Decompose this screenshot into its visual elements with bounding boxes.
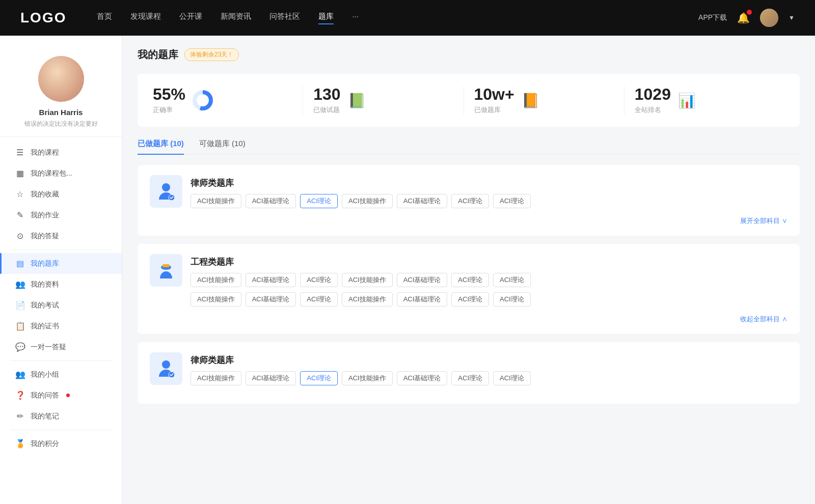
qbank-icon-2 bbox=[150, 352, 182, 385]
sidebar-item-3[interactable]: ✎我的作业 bbox=[0, 205, 122, 226]
stat-label-0: 正确率 bbox=[153, 105, 185, 115]
tag-row2-1-0[interactable]: ACI技能操作 bbox=[191, 292, 241, 306]
nav-item-问答社区[interactable]: 问答社区 bbox=[269, 12, 300, 24]
nav-menu: 首页发现课程公开课新闻资讯问答社区题库··· bbox=[97, 12, 698, 24]
sidebar-label-13: 我的积分 bbox=[31, 439, 59, 449]
qbank-icon-0 bbox=[150, 175, 182, 208]
tag-1-4[interactable]: ACI基础理论 bbox=[397, 273, 448, 287]
user-name: Brian Harris bbox=[39, 108, 83, 117]
sidebar-item-7[interactable]: 📄我的考试 bbox=[0, 295, 122, 316]
qbank-card-2: 律师类题库ACI技能操作ACI基础理论ACI理论ACI技能操作ACI基础理论AC… bbox=[138, 342, 800, 404]
qbank-footer-0[interactable]: 展开全部科目 ∨ bbox=[150, 216, 787, 226]
tag-2-5[interactable]: ACI理论 bbox=[451, 371, 489, 385]
nav-item-题库[interactable]: 题库 bbox=[318, 12, 334, 24]
nav-item-公开课[interactable]: 公开课 bbox=[179, 12, 202, 24]
sidebar-item-6[interactable]: 👥我的资料 bbox=[0, 274, 122, 295]
tag-1-5[interactable]: ACI理论 bbox=[451, 273, 489, 287]
app-download-button[interactable]: APP下载 bbox=[698, 13, 727, 22]
page-title: 我的题库 bbox=[138, 48, 178, 62]
sidebar-label-10: 我的小组 bbox=[31, 370, 59, 379]
tag-0-6[interactable]: ACI理论 bbox=[493, 194, 531, 208]
qbank-header-0: 律师类题库ACI技能操作ACI基础理论ACI理论ACI技能操作ACI基础理论AC… bbox=[150, 175, 787, 208]
qbank-icon-1 bbox=[150, 254, 182, 287]
tag-1-6[interactable]: ACI理论 bbox=[493, 273, 531, 287]
notification-badge bbox=[747, 10, 752, 15]
sidebar-icon-9: 💬 bbox=[15, 342, 24, 352]
sidebar-item-11[interactable]: ❓我的问答 bbox=[0, 385, 122, 406]
qbank-tags-0: ACI技能操作ACI基础理论ACI理论ACI技能操作ACI基础理论ACI理论AC… bbox=[191, 194, 531, 208]
avatar[interactable] bbox=[760, 9, 778, 27]
tag-row2-1-5[interactable]: ACI理论 bbox=[451, 292, 489, 306]
notification-dot bbox=[66, 394, 70, 397]
tag-0-0[interactable]: ACI技能操作 bbox=[191, 194, 241, 208]
nav-item-···[interactable]: ··· bbox=[352, 12, 359, 24]
tag-1-0[interactable]: ACI技能操作 bbox=[191, 273, 241, 287]
avatar-image bbox=[760, 9, 778, 27]
nav-item-新闻资讯[interactable]: 新闻资讯 bbox=[221, 12, 251, 24]
tag-0-5[interactable]: ACI理论 bbox=[451, 194, 489, 208]
sidebar-item-1[interactable]: ▦我的课程包... bbox=[0, 163, 122, 184]
profile-section: Brian Harris 错误的决定比没有决定要好 bbox=[0, 46, 122, 137]
page-layout: Brian Harris 错误的决定比没有决定要好 ☰我的课程▦我的课程包...… bbox=[0, 36, 815, 504]
main-content: 我的题库 体验剩余23天！ 55%正确率130已做试题📗10w+已做题库📙102… bbox=[122, 36, 815, 504]
sidebar: Brian Harris 错误的决定比没有决定要好 ☰我的课程▦我的课程包...… bbox=[0, 36, 122, 504]
sidebar-item-10[interactable]: 👥我的小组 bbox=[0, 364, 122, 385]
stat-item-3: 1029全站排名📊 bbox=[624, 86, 784, 115]
tag-1-1[interactable]: ACI基础理论 bbox=[246, 273, 296, 287]
tag-2-2[interactable]: ACI理论 bbox=[300, 371, 338, 385]
sidebar-menu: ☰我的课程▦我的课程包...☆我的收藏✎我的作业⊙我的答疑▤我的题库👥我的资料📄… bbox=[0, 137, 122, 459]
sidebar-item-5[interactable]: ▤我的题库 bbox=[0, 253, 122, 274]
sidebar-item-13[interactable]: 🏅我的积分 bbox=[0, 433, 122, 454]
sidebar-icon-2: ☆ bbox=[15, 189, 24, 199]
nav-item-发现课程[interactable]: 发现课程 bbox=[130, 12, 161, 24]
notification-bell[interactable]: 🔔 bbox=[737, 12, 750, 24]
tag-1-2[interactable]: ACI理论 bbox=[300, 273, 338, 287]
stat-item-0: 55%正确率 bbox=[153, 86, 303, 115]
sidebar-label-7: 我的考试 bbox=[31, 301, 59, 310]
tag-row2-1-6[interactable]: ACI理论 bbox=[493, 292, 531, 306]
sidebar-icon-1: ▦ bbox=[15, 169, 24, 178]
tag-2-3[interactable]: ACI技能操作 bbox=[342, 371, 393, 385]
stat-value-1: 130 bbox=[313, 86, 340, 102]
qbank-info-2: 律师类题库ACI技能操作ACI基础理论ACI理论ACI技能操作ACI基础理论AC… bbox=[191, 352, 531, 385]
sidebar-item-2[interactable]: ☆我的收藏 bbox=[0, 184, 122, 205]
sidebar-item-0[interactable]: ☰我的课程 bbox=[0, 142, 122, 163]
qbank-tags-2: ACI技能操作ACI基础理论ACI理论ACI技能操作ACI基础理论ACI理论AC… bbox=[191, 371, 531, 385]
tag-2-1[interactable]: ACI基础理论 bbox=[246, 371, 296, 385]
tag-0-4[interactable]: ACI基础理论 bbox=[397, 194, 448, 208]
sidebar-item-12[interactable]: ✏我的笔记 bbox=[0, 406, 122, 427]
svg-rect-3 bbox=[162, 267, 170, 269]
sidebar-item-4[interactable]: ⊙我的答疑 bbox=[0, 226, 122, 246]
lawyer-svg bbox=[155, 357, 177, 380]
tag-2-4[interactable]: ACI基础理论 bbox=[397, 371, 448, 385]
user-menu-chevron[interactable]: ▼ bbox=[789, 14, 795, 21]
sidebar-label-0: 我的课程 bbox=[31, 148, 59, 157]
tag-row2-1-2[interactable]: ACI理论 bbox=[300, 292, 338, 306]
stat-value-0: 55% bbox=[153, 86, 185, 102]
tag-2-6[interactable]: ACI理论 bbox=[493, 371, 531, 385]
navbar-right: APP下载 🔔 ▼ bbox=[698, 9, 795, 27]
tag-row2-1-3[interactable]: ACI技能操作 bbox=[342, 292, 393, 306]
tag-row2-1-4[interactable]: ACI基础理论 bbox=[397, 292, 448, 306]
qbank-tags-row2-1: ACI技能操作ACI基础理论ACI理论ACI技能操作ACI基础理论ACI理论AC… bbox=[191, 292, 531, 306]
tag-row2-1-1[interactable]: ACI基础理论 bbox=[246, 292, 296, 306]
tag-0-3[interactable]: ACI技能操作 bbox=[342, 194, 393, 208]
doc-yellow-icon: 📙 bbox=[522, 92, 539, 109]
nav-item-首页[interactable]: 首页 bbox=[97, 12, 112, 24]
qbank-footer-1[interactable]: 收起全部科目 ∧ bbox=[150, 315, 787, 324]
sidebar-label-2: 我的收藏 bbox=[31, 190, 59, 199]
tag-2-0[interactable]: ACI技能操作 bbox=[191, 371, 241, 385]
stat-item-1: 130已做试题📗 bbox=[303, 86, 464, 115]
tag-0-1[interactable]: ACI基础理论 bbox=[246, 194, 296, 208]
qbank-title-0: 律师类题库 bbox=[191, 177, 531, 189]
tag-0-2[interactable]: ACI理论 bbox=[300, 194, 338, 208]
sidebar-item-9[interactable]: 💬一对一答疑 bbox=[0, 337, 122, 357]
tab-0[interactable]: 已做题库 (10) bbox=[138, 139, 184, 154]
sidebar-item-8[interactable]: 📋我的证书 bbox=[0, 316, 122, 337]
tag-1-3[interactable]: ACI技能操作 bbox=[342, 273, 393, 287]
tab-1[interactable]: 可做题库 (10) bbox=[199, 139, 246, 154]
qbank-card-1: 工程类题库ACI技能操作ACI基础理论ACI理论ACI技能操作ACI基础理论AC… bbox=[138, 244, 800, 334]
qbank-header-1: 工程类题库ACI技能操作ACI基础理论ACI理论ACI技能操作ACI基础理论AC… bbox=[150, 254, 787, 306]
sidebar-icon-5: ▤ bbox=[15, 259, 24, 268]
qbanks-container: 律师类题库ACI技能操作ACI基础理论ACI理论ACI技能操作ACI基础理论AC… bbox=[138, 165, 800, 404]
